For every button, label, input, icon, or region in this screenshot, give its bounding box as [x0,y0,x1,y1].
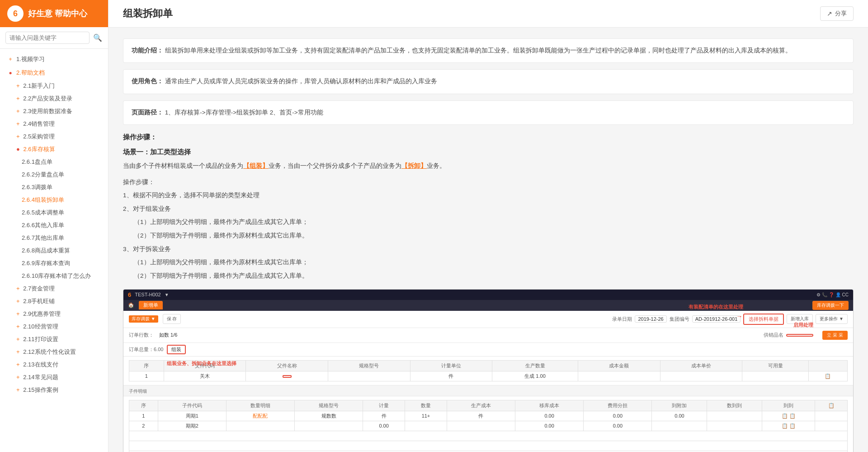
sidebar-item-28[interactable]: + 2.8手机旺铺 [0,295,108,308]
ltd-add1: 0.00 [652,411,707,421]
sidebar-label-267: 2.6.7其他出库单 [22,234,64,241]
sidebar-item-22[interactable]: + 2.2产品安装及登录 [0,92,108,105]
share-label: 分享 [835,10,847,18]
role-block: 使用角色： 通常由生产人员或库管人员完成拆装业务的操作，库管人员确认原材料的出库… [123,69,854,94]
path-label: 页面路径： [132,109,163,116]
path-text: 1、库存核算->库存管理->组装拆卸单 2、首页->常用功能 [165,109,323,116]
sidebar-label-26: 2.6库存核算 [23,146,55,152]
sidebar-item-264[interactable]: 2.6.4组装拆卸单 [0,194,108,206]
step2: 2、对于组装业务 [123,203,854,215]
search-input[interactable] [5,32,90,44]
step2-sub1: （1）上部明细为父件明细，最终作为产成品生成其它入库单； [134,216,854,228]
sidebar-item-262[interactable]: 2.6.2分量盘点单 [0,168,108,181]
sidebar-item-266[interactable]: 2.6.6其他入库单 [0,219,108,232]
ltd-empty3 [129,431,848,441]
share-button[interactable]: ↗ 分享 [820,6,854,21]
td-seq: 1 [129,371,164,381]
ltd-seq2: 2 [129,421,158,431]
sidebar-item-2610[interactable]: 2.6.10库存账本错了怎么办 [0,270,108,282]
step3-sub1-text: （1）上部明细为父件明细，最终作为原材料生成其它出库单； [134,259,308,266]
annotation-3: 组装业务、拆卸业务在这里选择 [167,360,236,367]
td-avail-val [742,371,809,381]
ltd-code1: 周期1 [158,411,226,421]
sidebar-item-212[interactable]: + 2.12系统个性化设置 [0,346,108,358]
expand-icon-28: + [16,298,20,305]
screenshot-btn-main[interactable]: 库存调拨一下 [812,301,849,310]
lth-pcost: 生产成本 [447,400,515,411]
ltd-fcost1: 0.00 [584,411,652,421]
expand-icon-212: + [16,348,20,355]
screenshot-confirm-btn[interactable]: 立 采 采 [822,331,848,340]
sidebar-item-cat2[interactable]: ● 2.帮助文档 [0,66,108,80]
sidebar-item-cat1[interactable]: + 1.视频学习 [0,52,108,66]
sidebar-label-264: 2.6.4组装拆卸单 [22,196,64,203]
sidebar-item-263[interactable]: 2.6.3调拨单 [0,181,108,194]
main-area: 组装拆卸单 ↗ 分享 功能介绍： 组装拆卸单用来处理企业组装或拆卸等加工业务，支… [108,0,868,452]
sidebar-label-25: 2.5采购管理 [23,133,55,140]
steps-block: 操作步骤： 1、根据不同的业务，选择不同单据的类型来处理 2、对于组装业务 （1… [123,176,854,282]
ltd-name1: 配配配 [226,411,294,421]
screenshot-btn-save[interactable]: 保 存 [163,314,181,324]
lth-add: 到附加 [652,400,707,411]
step3: 3、对于拆装业务 [123,243,854,255]
screenshot-lower-table: 序 子件代码 数量明细 规格型号 计量 数量 生产成本 移库成本 费用分担 到附… [129,400,848,452]
step2-sub2-text: （2）下部明细为子件明细，最终作为原材料生成其它出库单。 [134,232,308,239]
expand-icon-214: + [16,374,20,381]
sidebar-item-213[interactable]: + 2.13在线支付 [0,358,108,371]
step3-sub2-text: （2）下部明细为子件明细，最终作为产成品生成其它入库单。 [134,272,308,279]
screenshot-form-numcount: 订单行数： [129,332,154,338]
sidebar-label-211: 2.11打印设置 [23,336,58,343]
sidebar-item-261[interactable]: 2.6.1盘点单 [0,156,108,168]
td-pname-val [283,375,292,378]
screenshot-topbar: 6 TEST-H002 ▼ ⚙ 📞 ❓ 👤 CC [123,290,853,300]
expand-icon-22: + [16,95,20,102]
sidebar-item-211[interactable]: + 2.11打印设置 [0,333,108,346]
main-content: 功能介绍： 组装拆卸单用来处理企业组装或拆卸等加工业务，支持有固定装配清单的产品… [108,28,868,452]
expand-icon-215: + [16,386,20,393]
highlight-assembly: 【组装】 [243,162,269,169]
sidebar-item-269[interactable]: 2.6.9库存账本查询 [0,257,108,270]
sidebar-item-21[interactable]: + 2.1新手入门 [0,80,108,92]
sidebar-item-268[interactable]: 2.6.8商品成本重算 [0,244,108,257]
td-qty-val: 生成 1.00 [492,371,578,381]
lth-unit: 计量 [363,400,405,411]
sidebar-label-24: 2.4销售管理 [23,120,55,127]
sidebar-item-215[interactable]: + 2.15操作案例 [0,384,108,396]
ltd-qty1: 11+ [405,411,447,421]
sidebar-item-25[interactable]: + 2.5采购管理 [0,130,108,143]
ltd-empty4 [129,441,848,451]
app-logo: 6 [7,5,24,22]
sidebar-item-24[interactable]: + 2.4销售管理 [0,118,108,130]
screenshot-type-row: 订单总量：6.00 组装 组装业务、拆卸业务在这里选择 [123,343,853,357]
sidebar-item-214[interactable]: + 2.14常见问题 [0,371,108,384]
sidebar-item-26[interactable]: ● 2.6库存核算 [0,143,108,156]
screenshot-type-label: 订单总量：6.00 [129,346,163,353]
screenshot-btn-del[interactable]: 更多操作 ▼ [816,314,848,324]
search-button[interactable]: 🔍 [92,33,103,43]
expand-icon-25: + [16,133,20,140]
ltd-mcost1: 0.00 [515,411,584,421]
ltd-ops1: 📋 📋 [762,411,815,421]
sidebar-label-266: 2.6.6其他入库单 [22,222,64,228]
ltd-icon1 [815,411,848,421]
highlight-disassembly: 【拆卸】 [401,162,427,169]
sidebar-item-23[interactable]: + 2.3使用前数据准备 [0,105,108,118]
sidebar-item-210[interactable]: + 2.10经营管理 [0,320,108,333]
sidebar-item-27[interactable]: + 2.7资金管理 [0,282,108,295]
sidebar-nav: + 1.视频学习 ● 2.帮助文档 + 2.1新手入门 + 2.2产品安装及登录… [0,49,108,452]
sidebar-label-27: 2.7资金管理 [23,285,55,292]
page-title: 组装拆卸单 [123,7,173,20]
th-seq: 序 [129,360,164,371]
scene1-desc: 当由多个子件材料组装成一个成品的业务为【组装】业务，当由一个父件拆分成多个子产品… [123,160,854,172]
table-row: 1 关木 件 生成 1.00 [129,371,848,381]
sidebar-label-29: 2.9优惠券管理 [23,310,61,317]
ltd-pcost1: 件 [447,411,515,421]
ltd-ops2: 📋 📋 [762,421,815,431]
screenshot-btn-tiao[interactable]: 选择拆料单据 [743,314,784,325]
step1-text: 1、根据不同的业务，选择不同单据的类型来处理 [123,192,259,199]
lower-row-3 [129,431,848,441]
sidebar-item-267[interactable]: 2.6.7其他出库单 [0,232,108,244]
sidebar-label-215: 2.15操作案例 [23,386,58,393]
sidebar-item-29[interactable]: + 2.9优惠券管理 [0,308,108,320]
sidebar-item-265[interactable]: 2.6.5成本调整单 [0,206,108,219]
